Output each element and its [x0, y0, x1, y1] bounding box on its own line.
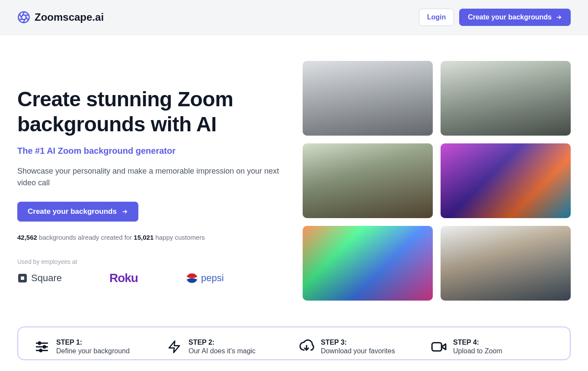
gallery-image-1	[303, 61, 433, 136]
gallery-image-4	[441, 143, 571, 218]
button-label: Create your backgrounds	[468, 13, 552, 21]
button-label: Create your backgrounds	[28, 207, 117, 216]
steps-section: STEP 1: Define your background STEP 2: O…	[17, 327, 571, 360]
square-icon	[17, 273, 28, 283]
arrow-right-icon	[556, 14, 562, 20]
hero-title: Create stunning Zoom backgrounds with AI	[17, 87, 285, 136]
step-label: STEP 3:	[321, 339, 395, 346]
svg-point-13	[38, 342, 41, 345]
square-logo: Square	[17, 273, 62, 284]
pepsi-icon	[185, 272, 198, 285]
nav-buttons: Login Create your backgrounds	[419, 9, 571, 26]
download-cloud-icon	[298, 339, 315, 355]
step-label: STEP 2:	[189, 339, 256, 346]
step-desc: Upload to Zoom	[453, 347, 502, 355]
company-logos: Square Roku pepsi	[17, 271, 285, 285]
step-2: STEP 2: Our AI does it's magic	[166, 339, 290, 355]
gallery-image-6	[441, 226, 571, 301]
pepsi-logo: pepsi	[185, 272, 224, 285]
steps-box: STEP 1: Define your background STEP 2: O…	[17, 327, 571, 360]
svg-point-17	[39, 349, 42, 352]
step-label: STEP 4:	[453, 339, 502, 346]
header: Zoomscape.ai Login Create your backgroun…	[0, 0, 588, 35]
stats-customers-count: 15,021	[134, 234, 153, 241]
brand-name: Zoomscape.ai	[35, 11, 104, 23]
step-4: STEP 4: Upload to Zoom	[431, 339, 554, 355]
stats-backgrounds-count: 42,562	[17, 234, 37, 241]
svg-rect-10	[21, 276, 24, 280]
step-desc: Download your favorites	[321, 347, 395, 355]
used-by-label: Used by employees at	[17, 258, 285, 265]
background-gallery	[303, 61, 571, 301]
svg-point-15	[43, 346, 46, 348]
create-backgrounds-button-header[interactable]: Create your backgrounds	[459, 9, 571, 26]
aperture-icon	[17, 11, 30, 24]
hero-content: Create stunning Zoom backgrounds with AI…	[17, 61, 285, 301]
step-label: STEP 1:	[56, 339, 130, 346]
login-button[interactable]: Login	[419, 9, 454, 26]
gallery-image-3	[303, 143, 433, 218]
svg-marker-18	[169, 341, 179, 353]
sliders-icon	[34, 339, 50, 355]
roku-logo: Roku	[109, 271, 138, 285]
gallery-image-2	[441, 61, 571, 136]
hero-description: Showcase your personality and make a mem…	[17, 165, 285, 189]
create-backgrounds-button-hero[interactable]: Create your backgrounds	[17, 202, 138, 222]
arrow-right-icon	[122, 209, 128, 215]
svg-rect-20	[432, 343, 441, 351]
gallery-image-5	[303, 226, 433, 301]
video-icon	[431, 339, 447, 355]
step-desc: Define your background	[56, 347, 130, 355]
step-3: STEP 3: Download your favorites	[298, 339, 422, 355]
lightning-icon	[166, 339, 182, 355]
brand-logo[interactable]: Zoomscape.ai	[17, 11, 104, 24]
step-desc: Our AI does it's magic	[189, 347, 256, 355]
hero-subtitle: The #1 AI Zoom background generator	[17, 146, 285, 156]
hero-section: Create stunning Zoom backgrounds with AI…	[17, 61, 571, 301]
stats-line: 42,562 backgrounds already created for 1…	[17, 234, 285, 241]
step-1: STEP 1: Define your background	[34, 339, 157, 355]
